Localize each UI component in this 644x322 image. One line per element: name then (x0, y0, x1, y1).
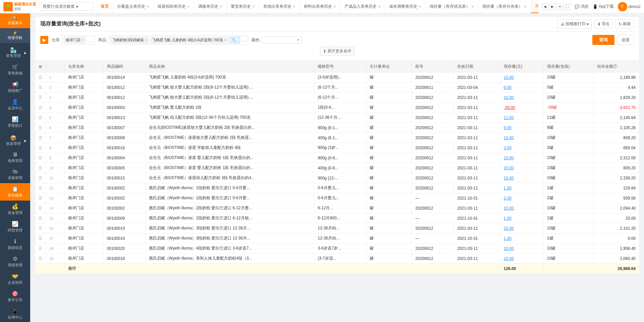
tab-kucunpici[interactable]: 库存批次账 ✕ (531, 0, 538, 13)
sidebar-item-yingxiaotuiguang[interactable]: 📢 营销推广 (0, 78, 30, 96)
tab-close-8[interactable]: ✕ (419, 5, 421, 8)
sidebar-item-dianshanggaunli[interactable]: 🖥 电商管理 (0, 149, 30, 166)
sidebar-item-lingshougaunli[interactable]: 🏪 零售管理 ▶ (0, 44, 30, 61)
tab-prev-arrow[interactable]: ◀ (542, 3, 548, 10)
row-settings[interactable]: ☰ (35, 93, 46, 103)
row-qty-main[interactable]: 11.00 (500, 113, 543, 123)
row-qty-main[interactable]: 10.00 (500, 72, 543, 83)
row-qty-main[interactable]: 1.00 (500, 213, 543, 223)
row-qty-main[interactable]: 10.00 (500, 133, 543, 143)
template-print-btn[interactable]: 🖨 按模板打印 ▾ (557, 19, 592, 29)
sidebar-item-jichu[interactable]: ℹ 基础信息 (0, 235, 30, 253)
sidebar-search[interactable]: 🔍 搜索菜单 (0, 13, 30, 28)
row-qty-main[interactable]: 10.00 (500, 153, 543, 163)
tab-tiaobo[interactable]: 调拨单历史 ✕ (194, 0, 227, 13)
tab-maximize[interactable]: ⛶ (564, 3, 571, 10)
row-qty-main[interactable]: 10.00 (500, 254, 543, 264)
row-qty-main[interactable]: 2.00 (500, 193, 543, 203)
row-qty-main[interactable]: 10.00 (500, 173, 543, 183)
row-qty-main[interactable]: 10.00 (500, 163, 543, 173)
row-settings[interactable]: ☰ (35, 133, 46, 143)
sidebar-item-huiyuanzhongxin[interactable]: 👤 会员中心 (0, 96, 30, 113)
tab-close-4[interactable]: ✕ (252, 5, 255, 8)
warehouse-tag-1[interactable]: 南岸门店 ✕ (64, 37, 86, 43)
tab-zuzhuangchaijian[interactable]: 组装拆卸单历史 ✕ (154, 0, 194, 13)
sidebar-item-yingyongzhongxin[interactable]: 📱 应用中心 (0, 305, 30, 322)
tab-chanchengpinruku[interactable]: 产成品入库单历史 ✕ (340, 0, 385, 13)
tab-yaohuo[interactable]: 要货单历史 ✕ (227, 0, 259, 13)
row-qty-main[interactable]: 9.00 (500, 123, 543, 133)
row-qty-main[interactable]: 10.00 (500, 244, 543, 254)
row-settings[interactable]: ☰ (35, 173, 46, 183)
tab-close-5[interactable]: ✕ (293, 5, 296, 8)
warehouse-tag-group[interactable]: 南岸门店 ✕ ... (61, 36, 95, 45)
account-dropdown[interactable]: 母婴行业演示账套 ▾ (40, 2, 93, 11)
row-settings[interactable]: ☰ (35, 244, 46, 254)
row-settings[interactable]: ☰ (35, 113, 46, 123)
tab-next-arrow[interactable]: ▶ (549, 3, 556, 10)
row-settings[interactable]: ☰ (35, 254, 46, 264)
th-settings[interactable]: ⚙ (35, 61, 46, 72)
sidebar-item-ziinguanli[interactable]: 💰 资金管理 (0, 201, 30, 218)
tab-close-10[interactable]: ✕ (524, 5, 527, 8)
row-qty-main[interactable]: 1.00 (500, 183, 543, 193)
expand-more-btn[interactable]: ⬇ 展开更多条件 (320, 47, 355, 56)
product-tag-2-remove[interactable]: ✕ (224, 38, 226, 42)
tab-close-1[interactable]: ✕ (147, 5, 149, 8)
sidebar-item-lingshoutongjie[interactable]: 📊 零售统计 (0, 113, 30, 131)
tab-close-3[interactable]: ✕ (220, 5, 222, 8)
row-settings[interactable]: ☰ (35, 123, 46, 133)
app-download-btn[interactable]: 📱 App下载 (593, 4, 614, 9)
product-tag-1-remove[interactable]: ✕ (145, 38, 147, 42)
tab-close-9[interactable]: ✕ (471, 5, 474, 8)
row-settings[interactable]: ☰ (35, 163, 46, 173)
tab-close-all[interactable]: ✕ (556, 3, 563, 10)
tab-home[interactable]: 首页 (97, 0, 113, 13)
product-more[interactable]: ... (241, 37, 246, 43)
row-settings[interactable]: ☰ (35, 233, 46, 244)
tab-xiancunliang-kuanzhuang[interactable]: 现存量（库存状况表） ✕ (426, 0, 478, 13)
user-avatar-area[interactable]: E demo2 (618, 2, 641, 11)
refresh-btn[interactable]: ↻ 刷新 (615, 19, 634, 29)
row-settings[interactable]: ☰ (35, 193, 46, 203)
tab-cailiaochuku[interactable]: 材料出库单历史 ✕ (300, 0, 340, 13)
product-tag-1[interactable]: 飞鹤奶粉3段四罐装 ✕ (110, 37, 149, 43)
row-qty-main[interactable]: 3.00 (500, 143, 543, 153)
product-tag-2[interactable]: 飞鹤星飞帆 儿童奶粉 4段(3-6岁适用) 700克 ✕ (150, 37, 228, 43)
row-settings[interactable]: ☰ (35, 83, 46, 93)
row-qty-main[interactable]: 10.00 (500, 93, 543, 103)
sidebar-item-jingyingguanli[interactable]: 📈 经营管理 (0, 218, 30, 235)
sidebar-item-xitong[interactable]: ⚙ 系统管理 (0, 253, 30, 270)
query-button[interactable]: 查询 (592, 35, 614, 45)
export-btn[interactable]: ⬇ 导出 (594, 19, 613, 29)
row-settings[interactable]: ☰ (35, 72, 46, 83)
color-tag-group[interactable]: ▾ (261, 36, 302, 44)
row-qty-main[interactable]: 10.00 (500, 223, 543, 233)
row-settings[interactable]: ☰ (35, 183, 46, 193)
row-qty-main[interactable]: 0.00 (500, 83, 543, 93)
row-settings[interactable]: ☰ (35, 153, 46, 163)
warehouse-tag-remove[interactable]: ✕ (81, 38, 84, 42)
filter-collapse-arrow[interactable]: ▶ (40, 36, 48, 44)
row-settings[interactable]: ☰ (35, 143, 46, 153)
product-tag-more[interactable]: 飞... (229, 37, 240, 43)
tab-close-2[interactable]: ✕ (187, 5, 190, 8)
sidebar-item-caigouguanli[interactable]: 🛍 采购管理 (0, 166, 30, 183)
setting-button[interactable]: 设置 (617, 35, 634, 45)
tab-chengbentiaozhen[interactable]: 成本调整单历史 ✕ (385, 0, 426, 13)
row-qty-main[interactable]: 10.00 (500, 203, 543, 213)
message-btn[interactable]: 💬 消息 (575, 4, 589, 9)
sidebar-item-xinshouyindao[interactable]: 🎯 新手引导 (0, 288, 30, 305)
product-tag-group[interactable]: 飞鹤奶粉3段四罐装 ✕ 飞鹤星飞帆 儿童奶粉 4段(3-6岁适用) 700克 ✕… (108, 36, 248, 45)
tab-qitachuku[interactable]: 其他出库单历史 ✕ (259, 0, 300, 13)
row-settings[interactable]: ☰ (35, 203, 46, 213)
sidebar-item-pifaguanli[interactable]: 📦 批发管理 ▶ (0, 132, 30, 149)
row-qty-main[interactable]: -39.00 (500, 103, 543, 113)
sidebar-item-kucunhesuan[interactable]: 📋 库存核算 (0, 183, 30, 201)
tab-close-6[interactable]: ✕ (333, 5, 336, 8)
sidebar-quick-nav[interactable]: ⚡ 快捷导航 (0, 28, 30, 43)
row-settings[interactable]: ☰ (35, 213, 46, 223)
row-settings[interactable]: ☰ (35, 103, 46, 113)
tab-xiancunliang-fenbiao[interactable]: 现存量（库存分布表） ✕ (478, 0, 531, 13)
sidebar-item-lingshouchengshi[interactable]: 🛒 零售商城 (0, 61, 30, 78)
